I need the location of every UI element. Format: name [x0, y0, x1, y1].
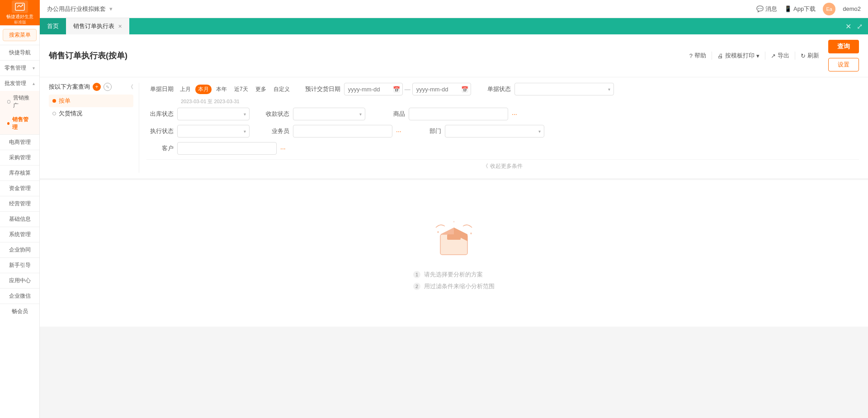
tab-home[interactable]: 首页	[40, 18, 66, 34]
sidebar-item-ops[interactable]: 经营管理	[0, 196, 39, 211]
filter-field-bill-status: 单据状态 ▾	[484, 83, 614, 95]
filter-field-goods: 商品 ···	[378, 108, 517, 120]
sidebar-item-finance[interactable]: 资金管理	[0, 181, 39, 196]
refresh-button[interactable]: ↻ 刷新	[801, 52, 819, 60]
sidebar-item-sales-mgmt[interactable]: 销售管理	[0, 113, 39, 134]
print-label: 按模板打印	[725, 52, 755, 60]
sidebar-section-finance: 资金管理	[0, 180, 39, 196]
wxcorp-label: 企业微信	[9, 292, 31, 300]
export-button[interactable]: ↗ 导出	[771, 52, 789, 60]
date-btn-last-month[interactable]: 上月	[177, 85, 193, 94]
sidebar-item-newbie[interactable]: 新手引导	[0, 258, 39, 273]
salesperson-input[interactable]	[293, 125, 392, 138]
tab-close-all-button[interactable]: ✕	[845, 22, 851, 31]
sidebar-item-wholesale[interactable]: 批发管理 ▴	[0, 76, 39, 91]
purchase-label: 采购管理	[9, 154, 31, 162]
goods-input[interactable]	[409, 108, 508, 120]
date-btn-this-month[interactable]: 本月	[195, 85, 212, 94]
date-btn-more[interactable]: 更多	[253, 85, 269, 94]
filter-row-3: 执行状态 ▾ 业务员 ··· 部门	[146, 125, 859, 138]
out-status-label: 出库状态	[146, 110, 174, 118]
expected-date-range: 📅 — 📅	[344, 83, 471, 95]
salesperson-dots-button[interactable]: ···	[396, 128, 401, 135]
sidebar-item-corp[interactable]: 企业协同	[0, 242, 39, 257]
collapse-arrow-icon: 《	[483, 162, 488, 170]
goods-dots-button[interactable]: ···	[512, 110, 517, 118]
sidebar-wholesale-group: 营销推广 销售管理	[0, 91, 39, 134]
search-menu-button[interactable]: 搜索菜单	[3, 29, 37, 41]
exec-status-select[interactable]	[177, 125, 250, 138]
app-download-button[interactable]: 📱 App下载	[784, 5, 816, 13]
collapse-scheme-button[interactable]: 《	[128, 83, 133, 91]
ops-label: 经营管理	[9, 200, 31, 208]
tab-sales-exec-label: 销售订单执行表	[73, 22, 114, 30]
payment-status-select[interactable]	[293, 108, 365, 120]
filter-field-salesperson: 业务员 ···	[262, 125, 401, 138]
tab-sales-exec[interactable]: 销售订单执行表 ✕	[66, 18, 129, 34]
avatar[interactable]: Ea	[823, 3, 835, 15]
empty-illustration	[431, 216, 476, 261]
out-status-select[interactable]	[177, 108, 250, 120]
sidebar-section-app: 应用中心	[0, 273, 39, 288]
tab-expand-button[interactable]: ⤢	[857, 22, 863, 31]
sidebar-item-marketing[interactable]: 营销推广	[0, 91, 39, 113]
refresh-label: 刷新	[807, 52, 819, 60]
print-button[interactable]: 🖨 按模板打印 ▾	[717, 52, 760, 60]
settings-button[interactable]: 设置	[828, 58, 859, 71]
date-btn-custom[interactable]: 自定义	[271, 85, 292, 94]
filter-field-exec-status: 执行状态 ▾	[146, 125, 250, 138]
member-label: 畅会员	[12, 308, 28, 315]
customer-input[interactable]	[177, 142, 277, 155]
sidebar-item-retail[interactable]: 零售管理 ▾	[0, 61, 39, 76]
scheme-option-by-order[interactable]: 按单	[49, 95, 133, 107]
basic-label: 基础信息	[9, 215, 31, 223]
filter-field-customer: 客户 ···	[146, 142, 286, 155]
logo: 畅捷通好生意 标准版	[0, 0, 40, 25]
sidebar-item-ecom[interactable]: 电商管理	[0, 135, 39, 150]
sidebar-section-member: 畅会员	[0, 304, 39, 319]
sidebar-item-purchase[interactable]: 采购管理	[0, 150, 39, 165]
breadcrumb-arrow: ▾	[109, 5, 113, 12]
sidebar-item-inventory[interactable]: 库存核算	[0, 166, 39, 180]
add-scheme-button[interactable]: +	[93, 83, 101, 91]
ring-icon	[7, 100, 10, 104]
wholesale-arrow: ▴	[33, 81, 35, 86]
sidebar-section-sys: 系统管理	[0, 227, 39, 242]
date-btn-this-year[interactable]: 本年	[213, 85, 230, 94]
sidebar-item-member[interactable]: 畅会员	[0, 304, 39, 319]
query-button[interactable]: 查询	[828, 40, 859, 53]
page-header: 销售订单执行表(按单) ? 帮助 🖨 按模板打印 ▾ ↗ 导出	[40, 34, 868, 77]
sidebar-item-quicknav[interactable]: 快捷导航	[0, 45, 39, 60]
tab-close-icon[interactable]: ✕	[118, 24, 122, 29]
svg-point-7	[470, 233, 472, 234]
logo-icon	[12, 0, 28, 13]
svg-point-1	[22, 4, 24, 5]
top-header-right: 💬 消息 📱 App下载 Ea demo2	[756, 3, 861, 15]
sidebar-item-wxcorp[interactable]: 企业微信	[0, 289, 39, 304]
department-select[interactable]	[445, 125, 544, 138]
filter-scheme-panel: 按以下方案查询 + ✎ 《 按单 欠货情况	[49, 83, 139, 173]
sidebar-item-app[interactable]: 应用中心	[0, 273, 39, 288]
username-text: demo2	[843, 5, 861, 12]
customer-dots-button[interactable]: ···	[280, 145, 286, 152]
bill-status-select[interactable]	[514, 83, 614, 95]
date-btn-7days[interactable]: 近7天	[231, 85, 251, 94]
filter-row-2: 出库状态 ▾ 收款状态	[146, 108, 859, 120]
edit-scheme-button[interactable]: ✎	[104, 83, 112, 91]
tab-home-label: 首页	[47, 22, 59, 30]
help-button[interactable]: ? 帮助	[689, 52, 706, 60]
collapse-button[interactable]: 《 收起更多条件	[483, 162, 523, 170]
date-hint-text: 2023-03-01 至 2023-03-31	[181, 98, 240, 105]
exec-status-label: 执行状态	[146, 127, 174, 135]
wholesale-label: 批发管理	[5, 80, 26, 87]
customer-label: 客户	[146, 144, 174, 152]
filter-fields-panel: 单据日期 上月 本月 本年 近7天 更多 自定义 预计交货日期	[139, 83, 859, 173]
top-header: 办公用品行业模拟账套 ▾ 💬 消息 📱 App下载 Ea demo2	[40, 0, 868, 18]
sidebar-item-sys[interactable]: 系统管理	[0, 227, 39, 242]
ecom-label: 电商管理	[9, 138, 31, 146]
scheme-owe-goods-label: 欠货情况	[59, 109, 82, 118]
scheme-option-owe-goods[interactable]: 欠货情况	[49, 107, 133, 120]
sidebar-item-basic[interactable]: 基础信息	[0, 212, 39, 227]
retail-arrow: ▾	[33, 66, 35, 71]
message-button[interactable]: 💬 消息	[756, 5, 777, 13]
